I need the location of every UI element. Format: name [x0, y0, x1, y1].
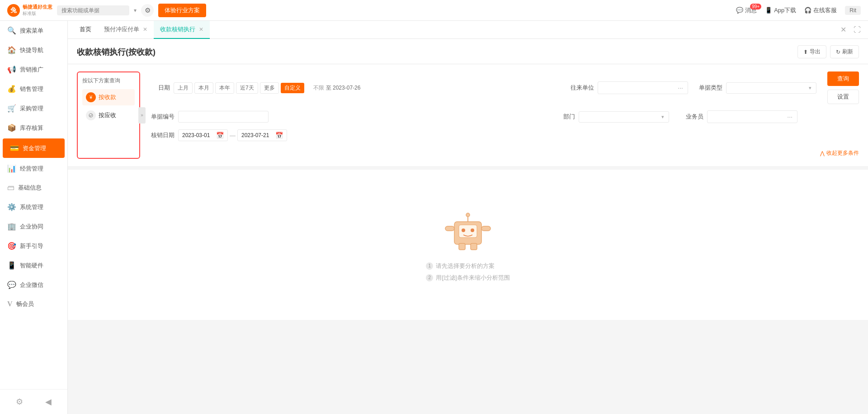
top-search-input[interactable]: [57, 5, 129, 15]
sidebar-item-wechat[interactable]: 💬 企业微信: [0, 275, 67, 295]
sidebar-bottom: ⚙ ◀: [0, 389, 67, 414]
tab-receipt-close-icon[interactable]: ✕: [199, 26, 203, 33]
sidebar-item-system[interactable]: ⚙️ 系统管理: [0, 197, 67, 217]
tab-prepay-close-icon[interactable]: ✕: [143, 26, 147, 33]
verify-date-range: 2023-03-01 📅 — 2023-07-21 📅: [178, 129, 287, 141]
trial-button[interactable]: 体验行业方案: [158, 4, 206, 17]
sidebar-item-enterprise[interactable]: 🏢 企业协同: [0, 217, 67, 236]
sidebar: 🔍 搜索菜单 🏠 快捷导航 📢 营销推广 💰 销售管理 🛒 采购管理 📦 库存核…: [0, 21, 68, 414]
setting-button[interactable]: 设置: [827, 90, 859, 104]
date-btn-more[interactable]: 更多: [260, 82, 279, 94]
date-no-limit: 不限: [313, 84, 324, 92]
partner-dots-icon[interactable]: ···: [678, 84, 683, 91]
bill-type-arrow-icon[interactable]: ▾: [809, 85, 811, 91]
sidebar-item-search[interactable]: 🔍 搜索菜单: [0, 21, 67, 40]
sidebar-collapse-icon[interactable]: ◀: [42, 394, 54, 409]
bill-type-label: 单据类型: [695, 84, 722, 92]
vip-icon: V: [7, 300, 13, 308]
svg-rect-7: [445, 226, 454, 231]
sidebar-item-funds[interactable]: 💳 资金管理: [3, 138, 65, 158]
content-area: 首页 预付冲应付单 ✕ 收款核销执行 ✕ ✕ ⛶ 收款核销执行(按收款): [68, 21, 868, 414]
user-menu[interactable]: Rit: [845, 6, 861, 15]
sidebar-collapse-button[interactable]: »: [138, 107, 146, 124]
filter-actions: 查询 设置: [827, 71, 859, 104]
online-service-button[interactable]: 🎧 在线客服: [804, 6, 837, 14]
page-content: 收款核销执行(按收款) ⬆ 导出 ↻ 刷新 按以下方案查询: [68, 39, 868, 414]
sidebar-item-sales[interactable]: 💰 销售管理: [0, 79, 67, 99]
box-icon: 📦: [7, 124, 16, 132]
date-btn-this-month[interactable]: 本月: [194, 82, 213, 94]
tab-bar: 首页 预付冲应付单 ✕ 收款核销执行 ✕ ✕ ⛶: [68, 21, 868, 39]
sidebar-item-basic-info[interactable]: 🗃 基础信息: [0, 178, 67, 197]
search-button[interactable]: 查询: [827, 71, 859, 86]
filter-option-by-receipt[interactable]: ¥ 按收款: [82, 89, 135, 105]
headset-icon: 🎧: [804, 7, 811, 14]
date-btn-7days[interactable]: 近7天: [236, 82, 258, 94]
svg-rect-9: [459, 243, 465, 250]
refresh-icon: ↻: [836, 49, 840, 55]
bill-type-select[interactable]: ▾: [726, 82, 816, 94]
app-download-button[interactable]: 📱 App下载: [765, 6, 796, 14]
empty-tips: 1 请先选择要分析的方案 2 用[过滤]条件来缩小分析范围: [426, 260, 509, 284]
empty-state: 1 请先选择要分析的方案 2 用[过滤]条件来缩小分析范围: [68, 170, 868, 320]
collapse-more-button[interactable]: ⋀ 收起更多条件: [147, 148, 859, 159]
brand-text: 畅捷通好生意 标准版: [23, 4, 52, 17]
app-icon: 📱: [765, 7, 772, 14]
filter-panel: 按以下方案查询 ¥ 按收款 按应收 »: [68, 64, 868, 166]
tab-bar-right: ✕ ⛶: [839, 24, 863, 36]
calendar-start-icon[interactable]: 📅: [216, 132, 224, 139]
device-icon: 📱: [7, 261, 16, 270]
date-btn-last-month[interactable]: 上月: [174, 82, 193, 94]
dropdown-arrow-icon[interactable]: ▾: [134, 7, 137, 14]
billno-input[interactable]: [178, 111, 269, 123]
tab-receipt-offset[interactable]: 收款核销执行 ✕: [154, 21, 210, 39]
tab-close-all-icon[interactable]: ✕: [839, 24, 848, 36]
partner-select[interactable]: ···: [598, 81, 688, 94]
empty-tip-row-1: 1 请先选择要分析的方案: [426, 260, 509, 272]
filter-dept-field: 部门 ▾: [548, 111, 669, 123]
tip-number-2: 2: [426, 274, 433, 281]
staff-dots-icon[interactable]: ···: [787, 113, 793, 120]
sidebar-item-purchase[interactable]: 🛒 采购管理: [0, 99, 67, 118]
staff-select[interactable]: ···: [707, 110, 797, 123]
svg-rect-10: [471, 243, 477, 250]
filter-main: 日期 上月 本月 本年 近7天 更多 自定义 不限: [147, 71, 859, 159]
tab-home[interactable]: 首页: [73, 21, 98, 39]
sidebar-settings-icon[interactable]: ⚙: [13, 394, 26, 409]
filter-option-by-receivable[interactable]: 按应收: [82, 107, 135, 124]
filter-sidebar-title: 按以下方案查询: [82, 77, 135, 85]
brand-logo: 兔: [7, 4, 20, 17]
date-btn-custom[interactable]: 自定义: [281, 83, 304, 93]
tab-maximize-icon[interactable]: ⛶: [852, 24, 863, 36]
sidebar-item-marketing[interactable]: 📢 营销推广: [0, 60, 67, 79]
verify-date-start-input[interactable]: 2023-03-01 📅: [178, 129, 228, 141]
sidebar-item-inventory[interactable]: 📦 库存核算: [0, 118, 67, 138]
export-icon: ⬆: [803, 49, 808, 55]
verify-date-label: 核销日期: [147, 131, 175, 139]
partner-label: 往来单位: [567, 84, 594, 92]
sidebar-item-operations[interactable]: 📊 经营管理: [0, 159, 67, 178]
megaphone-icon: 📢: [7, 65, 16, 74]
chart-icon: 📊: [7, 164, 16, 173]
dept-select[interactable]: ▾: [579, 111, 669, 123]
sidebar-item-hardware[interactable]: 📱 智能硬件: [0, 256, 67, 275]
top-bar-left: 兔 畅捷通好生意 标准版 ▾ ⚙ 体验行业方案: [7, 4, 206, 17]
svg-rect-2: [459, 225, 477, 238]
sidebar-item-quick-nav[interactable]: 🏠 快捷导航: [0, 40, 67, 60]
sidebar-item-guide[interactable]: 🎯 新手引导: [0, 236, 67, 256]
receipt-option-icon: ¥: [86, 92, 96, 102]
sidebar-item-member[interactable]: V 畅会员: [0, 295, 67, 314]
message-button[interactable]: 💬 消息 99+: [736, 6, 757, 14]
brand: 兔 畅捷通好生意 标准版: [7, 4, 52, 17]
page-header: 收款核销执行(按收款) ⬆ 导出 ↻ 刷新: [68, 39, 868, 64]
calendar-end-icon[interactable]: 📅: [275, 132, 283, 139]
page-header-actions: ⬆ 导出 ↻ 刷新: [797, 45, 859, 64]
dept-arrow-icon[interactable]: ▾: [661, 114, 664, 120]
date-btn-this-year[interactable]: 本年: [215, 82, 234, 94]
refresh-button[interactable]: ↻ 刷新: [830, 45, 859, 58]
export-button[interactable]: ⬆ 导出: [797, 45, 826, 58]
gear-icon: ⚙️: [7, 203, 16, 211]
settings-gear-icon[interactable]: ⚙: [141, 4, 154, 17]
verify-date-end-input[interactable]: 2023-07-21 📅: [237, 129, 287, 141]
tab-prepay[interactable]: 预付冲应付单 ✕: [98, 21, 154, 39]
